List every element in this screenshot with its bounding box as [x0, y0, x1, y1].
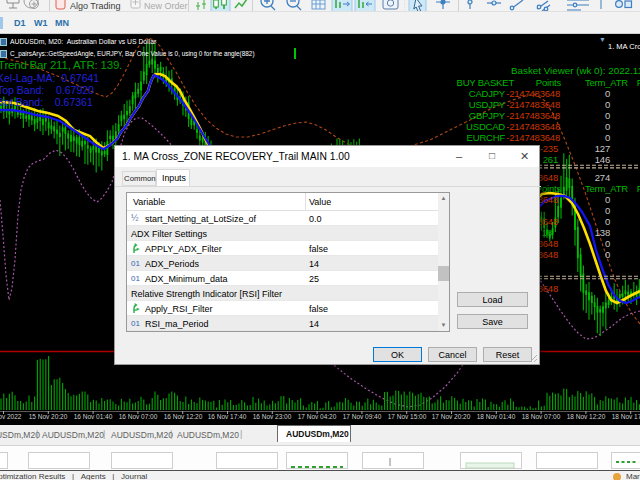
- svg-text:New Order: New Order: [144, 1, 188, 11]
- svg-text:Algo Trading: Algo Trading: [70, 1, 121, 11]
